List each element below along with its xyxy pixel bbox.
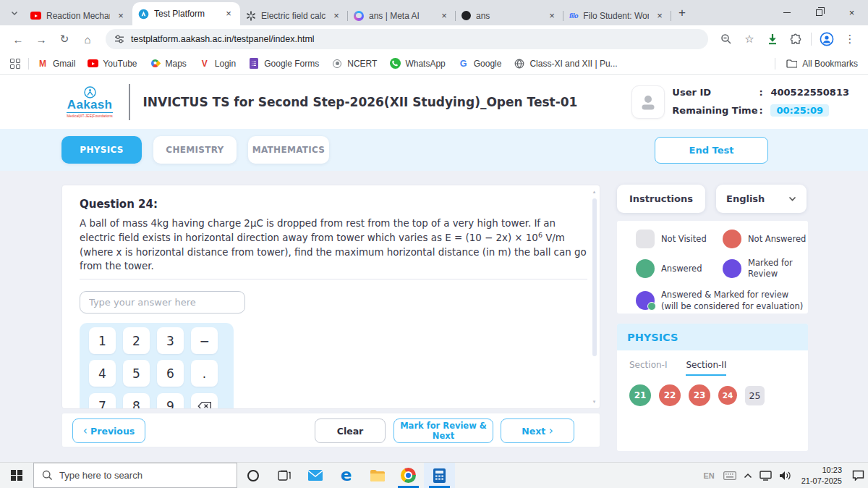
tab-close-icon[interactable]: × [438, 10, 450, 22]
scrollbar-thumb[interactable] [592, 198, 597, 356]
tab-close-icon[interactable]: × [331, 10, 342, 22]
language-indicator[interactable]: EN [698, 463, 719, 488]
tab-mathematics[interactable]: MATHEMATICS [248, 136, 329, 164]
keypad-key-4[interactable]: 4 [89, 360, 116, 387]
browser-tab-filo[interactable]: filo Filo Student: World's × [563, 6, 671, 25]
tray-chevron-up-icon[interactable] [740, 463, 756, 488]
legend-marked-for-review: Marked for Review [723, 258, 808, 279]
question-scrollbar[interactable]: ▴ ▾ [591, 189, 597, 405]
taskbar-search-input[interactable] [59, 470, 229, 481]
previous-button[interactable]: ‹ Previous [72, 418, 145, 443]
keypad-key-7[interactable]: 7 [89, 393, 116, 409]
calculator-button[interactable] [424, 463, 455, 488]
mark-review-next-button[interactable]: Mark for Review & Next [393, 418, 493, 443]
bookmark-google-forms[interactable]: Google Forms [248, 58, 319, 70]
tab-section-2[interactable]: Section-II [686, 360, 726, 376]
cortana-icon [247, 470, 259, 481]
keypad-key-5[interactable]: 5 [123, 360, 150, 387]
volume-icon[interactable] [775, 463, 795, 488]
download-icon[interactable] [762, 28, 783, 50]
main-content: Question 24: A ball of mass 4kg having c… [0, 171, 868, 462]
tab-search-chevron-icon[interactable] [6, 4, 23, 22]
file-explorer-button[interactable] [362, 463, 393, 488]
question-25-bubble[interactable]: 25 [745, 386, 765, 405]
scroll-down-icon[interactable]: ▾ [591, 399, 597, 405]
end-test-button[interactable]: End Test [655, 137, 768, 164]
mail-button[interactable] [299, 463, 331, 488]
zoom-search-icon[interactable] [715, 28, 737, 50]
url-text[interactable]: testplatform.aakash.ac.in/testpanel/inde… [131, 34, 315, 44]
new-tab-button[interactable]: + [673, 4, 692, 22]
back-icon[interactable]: ← [7, 28, 29, 50]
touch-keyboard-icon[interactable] [720, 463, 740, 488]
browser-tab-test-platform[interactable]: Test Platform × [132, 2, 240, 25]
keypad-key-6[interactable]: 6 [157, 360, 184, 387]
browser-tab-ans[interactable]: ans × [456, 6, 563, 25]
next-button[interactable]: Next › [501, 418, 574, 443]
action-center-icon[interactable] [848, 463, 868, 488]
bookmark-gmail[interactable]: MGmail [37, 58, 75, 70]
language-select[interactable]: English [716, 185, 807, 213]
legend-answered-and-marked: Answered & Marked for review(will be con… [636, 289, 808, 312]
browser-tab-meta-ai[interactable]: ans | Meta AI × [348, 6, 456, 25]
instructions-button[interactable]: Instructions [617, 185, 705, 213]
bookmark-login[interactable]: VLogin [199, 58, 236, 70]
user-id-value: 400522550813 [770, 87, 849, 98]
question-23-bubble[interactable]: 23 [689, 384, 710, 406]
bookmark-star-icon[interactable]: ☆ [739, 28, 760, 50]
menu-kebab-icon[interactable]: ⋮ [839, 28, 861, 50]
keypad-key-minus[interactable]: − [191, 327, 218, 354]
address-bar[interactable]: testplatform.aakash.ac.in/testpanel/inde… [106, 29, 708, 49]
taskbar-search[interactable] [33, 463, 237, 488]
reload-icon[interactable]: ↻ [54, 28, 75, 50]
avatar [631, 85, 665, 119]
site-info-tune-icon[interactable] [114, 34, 124, 44]
browser-tab-reaction-mechanism[interactable]: Reaction Mechanism × [25, 6, 132, 25]
home-icon[interactable]: ⌂ [77, 28, 98, 50]
bookmark-maps[interactable]: Maps [150, 58, 187, 70]
forward-icon[interactable]: → [30, 28, 52, 50]
restore-button[interactable] [803, 0, 835, 25]
question-21-bubble[interactable]: 21 [629, 384, 651, 406]
tab-close-icon[interactable]: × [115, 10, 127, 22]
question-24-bubble-current[interactable]: 24 [718, 386, 737, 405]
keypad-key-8[interactable]: 8 [123, 393, 150, 409]
bookmark-google[interactable]: GGoogle [458, 58, 502, 70]
keypad-key-2[interactable]: 2 [123, 327, 150, 354]
tab-close-icon[interactable]: × [654, 10, 665, 22]
browser-tab-electric-field[interactable]: Electric field calculati × [240, 6, 348, 25]
tab-section-1[interactable]: Section-I [629, 360, 667, 376]
keypad-key-9[interactable]: 9 [157, 393, 184, 409]
not-visited-icon [636, 230, 655, 248]
answered-icon [636, 259, 655, 278]
bookmark-class-xi-xii[interactable]: Class-XI and XII | Pu... [514, 58, 617, 70]
task-view-button[interactable] [268, 463, 299, 488]
chrome-taskbar-button[interactable] [393, 463, 424, 488]
start-button[interactable] [0, 463, 33, 488]
tab-chemistry[interactable]: CHEMISTRY [153, 136, 237, 164]
close-window-button[interactable]: × [835, 0, 868, 25]
apps-grid-icon[interactable] [10, 59, 20, 69]
question-22-bubble[interactable]: 22 [659, 384, 681, 406]
profile-icon[interactable] [816, 28, 838, 50]
bookmark-youtube[interactable]: YouTube [88, 59, 137, 69]
backspace-key[interactable] [191, 393, 218, 409]
all-bookmarks[interactable]: All Bookmarks [775, 58, 858, 70]
bookmark-whatsapp[interactable]: WhatsApp [389, 58, 445, 70]
keypad-key-1[interactable]: 1 [89, 327, 116, 354]
minimize-button[interactable] [770, 0, 803, 25]
edge-button[interactable]: e [331, 463, 362, 488]
bookmark-ncert[interactable]: NCERT [331, 58, 377, 70]
keypad-key-3[interactable]: 3 [157, 327, 184, 354]
tab-close-icon[interactable]: × [223, 8, 234, 20]
tab-close-icon[interactable]: × [546, 10, 558, 22]
clear-button[interactable]: Clear [315, 418, 386, 443]
network-icon[interactable] [756, 463, 775, 488]
tab-physics[interactable]: PHYSICS [61, 136, 142, 164]
taskbar-clock[interactable]: 10:23 21-07-2025 [795, 465, 848, 486]
answer-input[interactable] [80, 291, 245, 314]
scroll-up-icon[interactable]: ▴ [593, 189, 596, 195]
keypad-key-dot[interactable]: . [191, 360, 218, 387]
cortana-button[interactable] [237, 463, 268, 488]
extensions-puzzle-icon[interactable] [785, 28, 807, 50]
